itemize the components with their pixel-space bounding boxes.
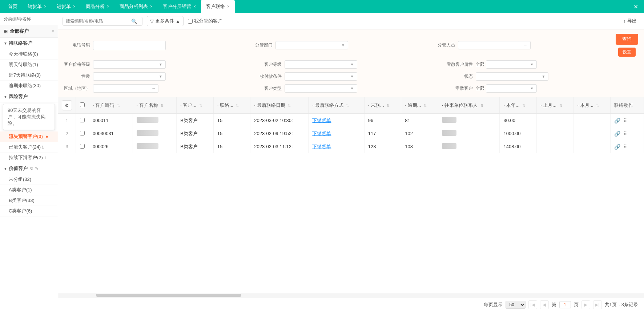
sidebar-all-customers[interactable]: ⊞ 全部客户 « [0, 25, 58, 38]
td-code: 000026 [89, 140, 133, 153]
search-button[interactable]: 🔍 [131, 19, 137, 24]
close-purchase-icon[interactable]: × [73, 4, 76, 9]
more-conditions-button[interactable]: ▽ 更多条件 ▲ [147, 16, 184, 26]
select-region[interactable]: ··· [93, 84, 158, 93]
advanced-filter-panel: 电话号码 分管部门 ▼ 分管人员 ··· [58, 29, 644, 97]
close-product-list-icon[interactable]: × [150, 4, 153, 9]
scrollbar-thumb[interactable] [96, 294, 241, 297]
td-actions: 🔗 ⠿ [611, 140, 644, 153]
select-retail[interactable]: ▼ [486, 84, 537, 93]
nav-item-customer-layer[interactable]: 客户分层经营 × [158, 0, 201, 13]
row-checkbox-1[interactable] [80, 131, 85, 135]
select-nature[interactable]: ▼ [93, 72, 166, 81]
sidebar-item-overdue[interactable]: 逾期未联络(30) [0, 81, 58, 91]
churn-warning-badge: ● [45, 134, 48, 139]
row-checkbox-0[interactable] [80, 118, 85, 122]
chevron-down-grade-icon: ▼ [350, 62, 354, 66]
sidebar-item-churned[interactable]: 已流失客户(24) ℹ [0, 142, 58, 153]
input-phone[interactable] [93, 41, 166, 50]
sidebar-item-7days[interactable]: 近7天待联络(0) [0, 70, 58, 81]
settings-button[interactable]: 设置 [618, 48, 636, 57]
export-button[interactable]: ↑ 导出 [621, 16, 640, 26]
td-code: 00030031 [89, 127, 133, 140]
query-button[interactable]: 查询 [616, 34, 638, 45]
sidebar-search-input[interactable] [4, 16, 58, 21]
page-number-input[interactable] [559, 301, 571, 308]
contact-method-link-0[interactable]: 下销货单 [312, 118, 331, 123]
sidebar-collapse-icon[interactable]: « [52, 29, 54, 34]
td-contact: 15 [213, 140, 250, 153]
nav-item-product-analysis[interactable]: 商品分析 × [81, 0, 114, 13]
close-customer-layer-icon[interactable]: × [193, 4, 196, 9]
select-retail-attr[interactable]: ▼ [486, 60, 537, 69]
sidebar-item-churn-warning[interactable]: 流失预警客户(3) ● [0, 131, 58, 142]
my-customers-check[interactable] [188, 19, 193, 24]
dots-region-icon: ··· [152, 86, 155, 90]
contact-method-link-2[interactable]: 下销货单 [312, 144, 331, 149]
close-product-analysis-icon[interactable]: × [107, 4, 109, 9]
window-close-button[interactable]: ✕ [631, 3, 641, 10]
horizontal-scrollbar[interactable] [58, 293, 644, 297]
table-row: 1 000011 B类客户 15 2023-03-02 10:30: 下销货单 … [58, 114, 644, 127]
nav-item-sales[interactable]: 销货单 × [23, 0, 52, 13]
td-this-year: 1408.00 [500, 140, 537, 153]
nav-item-home[interactable]: 首页 [3, 0, 23, 13]
select-payment[interactable]: ▼ [285, 72, 357, 81]
th-type: · 客户... ⇅ [177, 97, 214, 114]
sidebar-item-declining[interactable]: 持续下滑客户(2) ℹ [0, 153, 58, 163]
select-price-grade[interactable]: ▼ [93, 60, 166, 69]
select-person[interactable]: ··· [458, 41, 531, 49]
search-input[interactable] [66, 19, 131, 24]
action-more-icon-1[interactable]: ⠿ [623, 131, 627, 137]
sidebar-item-today[interactable]: 今天待联络(0) [0, 49, 58, 60]
chevron-down-price-icon: ▼ [159, 62, 162, 66]
sidebar-item-c-class[interactable]: C类客户(6) [0, 206, 58, 216]
next-page-button[interactable]: ▶ [581, 300, 590, 309]
refresh-value-icon[interactable]: ↻ [30, 166, 33, 171]
th-overdue: · 逾期... ⇅ [401, 97, 438, 114]
edit-value-icon[interactable]: ✎ [35, 166, 39, 171]
chevron-up-icon: ▲ [176, 19, 180, 24]
nav-item-customer-contact[interactable]: 客户联络 × [201, 0, 235, 13]
th-gear: ⚙ [58, 97, 76, 114]
action-link-icon-0[interactable]: 🔗 [614, 118, 620, 123]
action-more-icon-2[interactable]: ⠿ [623, 144, 627, 150]
nav-item-product-list[interactable]: 商品分析列表 × [114, 0, 158, 13]
sidebar-group-value[interactable]: ▼ 价值客户 ↻ ✎ [0, 163, 58, 174]
sidebar-group-pending[interactable]: ▼ 待联络客户 [0, 38, 58, 49]
gear-button[interactable]: ⚙ [62, 100, 72, 110]
select-dept[interactable]: ▼ [275, 41, 348, 49]
sidebar-item-tomorrow[interactable]: 明天待联络(1) [0, 60, 58, 70]
sidebar-item-a-class[interactable]: A类客户(1) [0, 185, 58, 195]
action-link-icon-2[interactable]: 🔗 [614, 144, 620, 150]
select-all-checkbox[interactable] [80, 102, 85, 107]
label-retail-attr: 零散客户属性 [447, 61, 476, 68]
label-dept: 分管部门 [246, 42, 275, 48]
select-customer-grade[interactable]: ▼ [285, 60, 357, 69]
select-status[interactable]: ▼ [476, 72, 548, 81]
td-last-month [537, 127, 574, 140]
select-customer-type[interactable]: ▼ [285, 84, 357, 93]
sidebar-item-b-class[interactable]: B类客户(33) [0, 195, 58, 206]
action-link-icon-1[interactable]: 🔗 [614, 131, 620, 137]
page-size-select[interactable]: 50 100 200 [506, 301, 526, 309]
sidebar-group-risk[interactable]: ▼ 风险客户 [0, 91, 58, 102]
prev-page-button[interactable]: ◀ [540, 300, 549, 309]
row-checkbox-2[interactable] [80, 144, 85, 149]
nav-item-purchase[interactable]: 进货单 × [52, 0, 81, 13]
first-page-button[interactable]: |◀ [528, 300, 537, 309]
my-customers-checkbox[interactable]: 我分管的客户 [188, 18, 222, 24]
contact-method-link-1[interactable]: 下销货单 [312, 131, 331, 136]
sort-method-icon: ⇅ [346, 104, 349, 108]
th-contact-person: · 往来单位联系人 ⇅ [438, 97, 500, 114]
close-customer-contact-icon[interactable]: × [227, 4, 230, 9]
dots-person-icon: ··· [524, 43, 527, 47]
last-page-button[interactable]: ▶| [593, 300, 602, 309]
close-sales-icon[interactable]: × [44, 4, 47, 9]
arrow-down-risk-icon: ▼ [4, 95, 7, 99]
sort-overdue-icon: ⇅ [424, 104, 427, 108]
action-more-icon-0[interactable]: ⠿ [623, 118, 627, 123]
chevron-down-status-icon: ▼ [542, 74, 545, 78]
td-overdue: 108 [401, 140, 438, 153]
sidebar-item-ungrouped[interactable]: 未分组(32) [0, 174, 58, 185]
